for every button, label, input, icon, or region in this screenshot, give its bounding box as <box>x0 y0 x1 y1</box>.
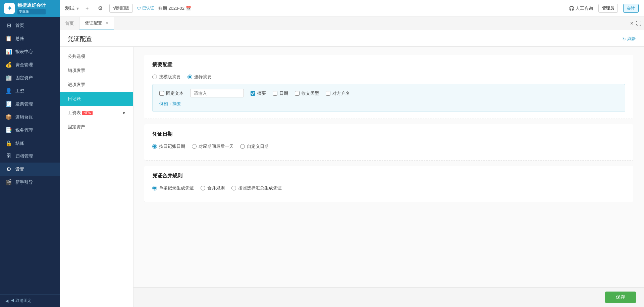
capital-icon: 💰 <box>5 61 12 68</box>
summary-option[interactable]: 按照选择汇总生成凭证 <box>231 185 282 191</box>
invoice-icon: 🧾 <box>5 101 12 107</box>
sidebar-item-guide[interactable]: 🎬 新手引导 <box>0 176 60 189</box>
save-bar: 保存 <box>133 287 644 307</box>
nav-item-purchase-invoice[interactable]: 进项发票 <box>60 78 133 92</box>
income-type-option[interactable]: 收支类型 <box>295 90 319 96</box>
abstract-radio-row: 按模版摘要 选择摘要 <box>152 74 625 80</box>
nav-item-public[interactable]: 公共选项 <box>60 49 133 63</box>
calendar-icon[interactable]: 📅 <box>186 6 191 11</box>
merge-radio-row: 单条记录生成凭证 合并规则 按照选择汇总生成凭证 <box>152 185 625 191</box>
income-type-checkbox[interactable] <box>295 91 300 96</box>
tab-config[interactable]: 凭证配置 × <box>79 17 114 30</box>
sidebar-item-ledger[interactable]: 📋 总账 <box>0 32 60 45</box>
abstract-option[interactable]: 摘要 <box>251 90 266 96</box>
consult-button[interactable]: 🎧 人工咨询 <box>569 5 593 11</box>
close-accounts-icon: 🔒 <box>5 140 12 146</box>
add-button[interactable]: + <box>83 4 91 13</box>
fixed-text-option[interactable]: 固定文本 <box>159 90 183 96</box>
expand-window-button[interactable]: ⛶ <box>636 20 641 27</box>
select-abstract-option[interactable]: 选择摘要 <box>187 74 212 80</box>
single-record-option[interactable]: 单条记录生成凭证 <box>152 185 194 191</box>
sidebar-item-payroll[interactable]: 👤 工资 <box>0 84 60 97</box>
accountant-button[interactable]: 会计 <box>623 4 639 13</box>
tab-bar: 首页 凭证配置 × × ⛶ <box>60 17 644 30</box>
asset-icon: 🏢 <box>5 75 12 81</box>
by-template-radio[interactable] <box>152 75 157 79</box>
main-area: 测试 ▾ + ⚙ 切到旧版 🛡 已认证 账期 2023-02 📅 🎧 人工咨询 … <box>60 0 644 307</box>
company-name: 测试 <box>65 5 74 11</box>
sidebar-item-tax[interactable]: 📑 税务管理 <box>0 124 60 137</box>
close-tab-icon[interactable]: × <box>106 20 108 26</box>
date-option[interactable]: 日期 <box>273 90 288 96</box>
tab-actions: × ⛶ <box>630 20 644 27</box>
nav-item-fixed-assets[interactable]: 固定资产 <box>60 120 133 134</box>
config-nav: 公共选项 销项发票 进项发票 日记账 工资表 NEW ▾ 固定资产 <box>60 47 133 307</box>
merge-section: 凭证合并规则 单条记录生成凭证 合并规则 <box>144 166 633 202</box>
nav-item-payroll-table[interactable]: 工资表 NEW ▾ <box>60 106 133 120</box>
abstract-sub-options: 固定文本 摘要 日期 <box>159 89 618 97</box>
shield-icon: 🛡 <box>137 6 141 11</box>
sidebar-item-sales[interactable]: 📦 进销台账 <box>0 111 60 124</box>
certified-label: 已认证 <box>142 5 154 11</box>
sidebar-item-archive[interactable]: 🗄 归档管理 <box>0 150 60 163</box>
date-title: 凭证日期 <box>152 131 625 137</box>
cancel-fixed-label: ◀ 取消固定 <box>10 298 32 304</box>
sidebar-item-close[interactable]: 🔒 结账 <box>0 137 60 150</box>
merge-rule-option[interactable]: 合并规则 <box>201 185 225 191</box>
sidebar: ✦ 畅捷通好会计 专业版 ⊞ 首页 📋 总账 📊 报表中心 💰 资金管理 🏢 固… <box>0 0 60 307</box>
sidebar-item-report[interactable]: 📊 报表中心 <box>0 45 60 58</box>
period-label: 账期 <box>158 5 167 11</box>
single-record-radio[interactable] <box>152 186 157 190</box>
period-info: 账期 2023-02 📅 <box>158 5 191 11</box>
sidebar-logo: ✦ 畅捷通好会计 专业版 <box>0 0 60 17</box>
switch-version-button[interactable]: 切到旧版 <box>109 4 133 13</box>
date-radio-row: 按日记账日期 对应期间最后一天 自定义日期 <box>152 143 625 149</box>
by-diary-date-radio[interactable] <box>152 144 157 149</box>
sidebar-item-settings[interactable]: ⚙ 设置 <box>0 163 60 176</box>
logo-text: 畅捷通好会计 专业版 <box>17 2 46 14</box>
fixed-text-input[interactable] <box>190 89 244 97</box>
abstract-checkbox[interactable] <box>251 91 255 96</box>
counterpart-option[interactable]: 对方户名 <box>326 90 350 96</box>
nav-item-sales-invoice[interactable]: 销项发票 <box>60 63 133 78</box>
last-day-radio[interactable] <box>192 144 197 149</box>
select-abstract-radio[interactable] <box>187 75 192 79</box>
by-template-option[interactable]: 按模版摘要 <box>152 74 181 80</box>
payroll-icon: 👤 <box>5 88 12 94</box>
refresh-button[interactable]: ↻ 刷新 <box>622 36 636 42</box>
fixed-text-checkbox[interactable] <box>159 91 164 96</box>
manager-button[interactable]: 管理员 <box>598 4 618 13</box>
tax-icon: 📑 <box>5 127 12 133</box>
sidebar-nav: ⊞ 首页 📋 总账 📊 报表中心 💰 资金管理 🏢 固定资产 👤 工资 🧾 发票… <box>0 17 60 294</box>
custom-date-option[interactable]: 自定义日期 <box>240 143 269 149</box>
cancel-fixed-btn[interactable]: ◀ ◀ 取消固定 <box>0 294 60 307</box>
last-day-option[interactable]: 对应期间最后一天 <box>192 143 233 149</box>
sidebar-item-asset[interactable]: 🏢 固定资产 <box>0 71 60 84</box>
company-selector[interactable]: 测试 ▾ <box>65 5 79 11</box>
page-title: 凭证配置 <box>68 35 92 43</box>
certified-badge: 🛡 已认证 <box>137 5 154 11</box>
close-window-button[interactable]: × <box>630 20 633 27</box>
sidebar-item-invoice[interactable]: 🧾 发票管理 <box>0 97 60 111</box>
date-section: 凭证日期 按日记账日期 对应期间最后一天 <box>144 124 633 161</box>
sidebar-item-home[interactable]: ⊞ 首页 <box>0 19 60 32</box>
abstract-config-box: 固定文本 摘要 日期 <box>152 84 625 112</box>
company-chevron-icon: ▾ <box>76 6 79 11</box>
gear-button[interactable]: ⚙ <box>95 4 105 13</box>
cancel-fixed-icon: ◀ <box>5 299 8 303</box>
tab-home[interactable]: 首页 <box>60 17 79 30</box>
save-button[interactable]: 保存 <box>605 292 636 303</box>
logo-icon: ✦ <box>4 3 15 14</box>
settings-icon: ⚙ <box>5 166 12 172</box>
report-icon: 📊 <box>5 48 12 55</box>
nav-item-diary[interactable]: 日记账 <box>60 92 133 106</box>
config-panel: 摘要配置 按模版摘要 选择摘要 <box>133 47 644 287</box>
merge-rule-radio[interactable] <box>201 186 205 190</box>
config-layout: 公共选项 销项发票 进项发票 日记账 工资表 NEW ▾ 固定资产 <box>60 47 644 307</box>
custom-date-radio[interactable] <box>240 144 245 149</box>
by-diary-date-option[interactable]: 按日记账日期 <box>152 143 185 149</box>
date-checkbox[interactable] <box>273 91 277 96</box>
sidebar-item-capital[interactable]: 💰 资金管理 <box>0 58 60 71</box>
summary-radio[interactable] <box>231 186 236 190</box>
counterpart-checkbox[interactable] <box>326 91 330 96</box>
